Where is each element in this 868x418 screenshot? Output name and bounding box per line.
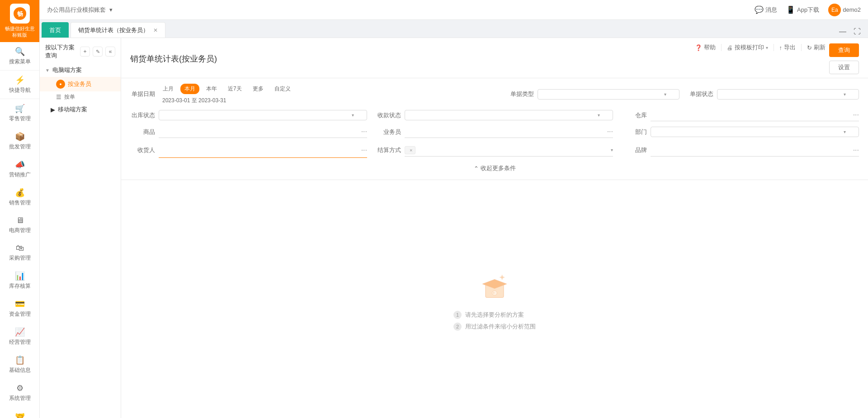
- tree-node-desktop[interactable]: ▼ 电脑端方案: [40, 63, 121, 77]
- pay-arrow: ▾: [598, 113, 600, 118]
- tree-node-mobile[interactable]: ▶ 移动端方案: [40, 103, 121, 116]
- export-button[interactable]: ↑ 导出: [779, 43, 796, 52]
- divider1: [721, 44, 722, 51]
- sidebar-item-wholesale[interactable]: 📦 批发管理: [0, 127, 39, 155]
- refresh-icon: ↻: [807, 44, 812, 51]
- sidebar-item-system-label: 系统管理: [9, 394, 31, 402]
- sales-icon: 💰: [15, 188, 25, 198]
- status-control[interactable]: ▾: [717, 89, 859, 100]
- edit-scheme-button[interactable]: ✎: [93, 47, 103, 57]
- date-label: 单据日期: [130, 90, 155, 98]
- receiver-control[interactable]: ···: [159, 142, 367, 158]
- sidebar-item-quick[interactable]: ⚡ 快捷导航: [0, 71, 39, 99]
- topbar-arrow[interactable]: ▾: [109, 6, 113, 13]
- filter-out: 出库状态 ▾: [130, 110, 367, 120]
- sidebar-item-retail[interactable]: 🛒 零售管理: [0, 99, 39, 127]
- logo-icon: 畅: [10, 4, 30, 24]
- sidebar-item-inventory[interactable]: 📊 库存核算: [0, 266, 39, 294]
- help-button[interactable]: ❓ 帮助: [695, 43, 716, 52]
- main-content: 办公用品行业模拟账套 ▾ 💬 消息 📱 App下载 Ea demo2 首页: [40, 0, 868, 418]
- goods-dots[interactable]: ···: [361, 128, 367, 136]
- date-tab-custom[interactable]: 自定义: [270, 84, 295, 94]
- query-button[interactable]: 查询: [829, 43, 859, 57]
- svg-point-7: [492, 290, 497, 295]
- sidebar-item-ecommerce-label: 电商管理: [9, 227, 31, 234]
- sidebar-item-sales[interactable]: 💰 销售管理: [0, 183, 39, 211]
- tab-sales-stat[interactable]: 销货单统计表（按业务员） ✕: [71, 22, 165, 38]
- message-icon: 💬: [755, 5, 764, 14]
- brand-dots[interactable]: ···: [853, 146, 859, 154]
- filter-type: 单据类型 ▾: [509, 89, 679, 100]
- svg-text:畅: 畅: [17, 10, 23, 17]
- sidebar-item-retail-label: 零售管理: [9, 115, 31, 123]
- tab-minimize-icon[interactable]: —: [837, 26, 848, 38]
- date-tab-last-month[interactable]: 上月: [159, 84, 178, 94]
- date-tab-this-month[interactable]: 本月: [180, 84, 199, 94]
- tab-expand-icon[interactable]: ⛶: [852, 26, 863, 38]
- setting-button[interactable]: 设置: [829, 61, 859, 74]
- out-select[interactable]: ▾: [159, 110, 367, 120]
- help-label: 帮助: [704, 43, 716, 52]
- sidebar-item-finance[interactable]: 💳 资金管理: [0, 294, 39, 323]
- brand-label: 品牌: [622, 146, 647, 154]
- sidebar-item-operation[interactable]: 📈 经营管理: [0, 323, 39, 351]
- staff-dots[interactable]: ···: [607, 128, 613, 136]
- sidebar-item-purchase[interactable]: 🛍 采购管理: [0, 239, 39, 266]
- app-download-button[interactable]: 📱 App下载: [786, 5, 819, 14]
- logo-area[interactable]: 畅 畅捷信好生意标账版: [0, 0, 39, 42]
- receiver-input[interactable]: [159, 144, 361, 156]
- tree-arrow-mobile: ▶: [51, 106, 55, 113]
- goods-control[interactable]: ···: [159, 126, 367, 138]
- pay-control[interactable]: ▾: [405, 110, 613, 120]
- dept-control[interactable]: ▾: [651, 127, 859, 137]
- warehouse-dots[interactable]: ···: [853, 111, 859, 119]
- inventory-icon: 📊: [15, 271, 25, 281]
- tab-home-label: 首页: [49, 26, 61, 34]
- date-tab-more[interactable]: 更多: [249, 84, 268, 94]
- tree-arrow-desktop: ▼: [45, 68, 50, 73]
- user-menu[interactable]: Ea demo2: [828, 4, 861, 16]
- tip1-text: 请先选择要分析的方案: [465, 311, 524, 319]
- svg-text:!: !: [493, 291, 494, 294]
- tree-label-mobile: 移动端方案: [58, 105, 87, 114]
- sidebar-item-basic[interactable]: 📋 基础信息: [0, 351, 39, 379]
- sidebar-item-search[interactable]: 🔍 搜索菜单: [0, 42, 39, 71]
- empty-tips: 1 请先选择要分析的方案 2 用过滤条件来缩小分析范围: [453, 311, 536, 331]
- sidebar-item-system[interactable]: ⚙ 系统管理: [0, 379, 39, 407]
- receiver-dots[interactable]: ···: [361, 146, 367, 154]
- sidebar-item-marketing[interactable]: 📣 营销推广: [0, 155, 39, 183]
- type-select[interactable]: ▾: [538, 89, 679, 100]
- dept-select[interactable]: ▾: [651, 127, 859, 137]
- print-button[interactable]: 🖨 按模板打印 ▾: [727, 43, 768, 52]
- add-scheme-button[interactable]: +: [80, 47, 90, 57]
- pay-select[interactable]: ▾: [405, 110, 613, 120]
- collapse-label: 收起更多条件: [481, 164, 516, 172]
- brand-control[interactable]: ···: [651, 144, 859, 157]
- logo-text: 畅捷信好生意标账版: [5, 25, 35, 38]
- tab-home[interactable]: 首页: [42, 22, 69, 38]
- tab-close-icon[interactable]: ✕: [153, 27, 158, 33]
- out-arrow: ▾: [352, 113, 354, 118]
- sidebar-item-coop[interactable]: 🤝 企业协同: [0, 407, 39, 418]
- warehouse-control[interactable]: ···: [651, 109, 859, 121]
- settle-control[interactable]: × ▾: [405, 144, 613, 157]
- date-tab-7days[interactable]: 近7天: [224, 84, 246, 94]
- settle-tag-remove[interactable]: ×: [410, 147, 412, 153]
- coop-icon: 🤝: [15, 411, 25, 418]
- tab-actions: — ⛶: [837, 26, 868, 38]
- tree-node-bystaff[interactable]: ● 按业务员: [40, 77, 121, 91]
- sidebar-item-sales-label: 销售管理: [9, 199, 31, 207]
- refresh-button[interactable]: ↻ 刷新: [807, 43, 826, 52]
- collapse-button[interactable]: ⌃ 收起更多条件: [468, 162, 521, 174]
- tree-node-byorder[interactable]: ☰ 按单: [40, 91, 121, 103]
- status-select[interactable]: ▾: [717, 89, 859, 100]
- operation-icon: 📈: [15, 327, 25, 337]
- date-tab-this-year[interactable]: 本年: [202, 84, 221, 94]
- collapse-panel-button[interactable]: «: [105, 47, 115, 57]
- out-control[interactable]: ▾: [159, 110, 367, 120]
- topbar: 办公用品行业模拟账套 ▾ 💬 消息 📱 App下载 Ea demo2: [40, 0, 868, 20]
- message-button[interactable]: 💬 消息: [755, 5, 777, 14]
- type-control[interactable]: ▾: [538, 89, 679, 100]
- sidebar-item-ecommerce[interactable]: 🖥 电商管理: [0, 211, 39, 239]
- staff-control[interactable]: ···: [405, 126, 613, 138]
